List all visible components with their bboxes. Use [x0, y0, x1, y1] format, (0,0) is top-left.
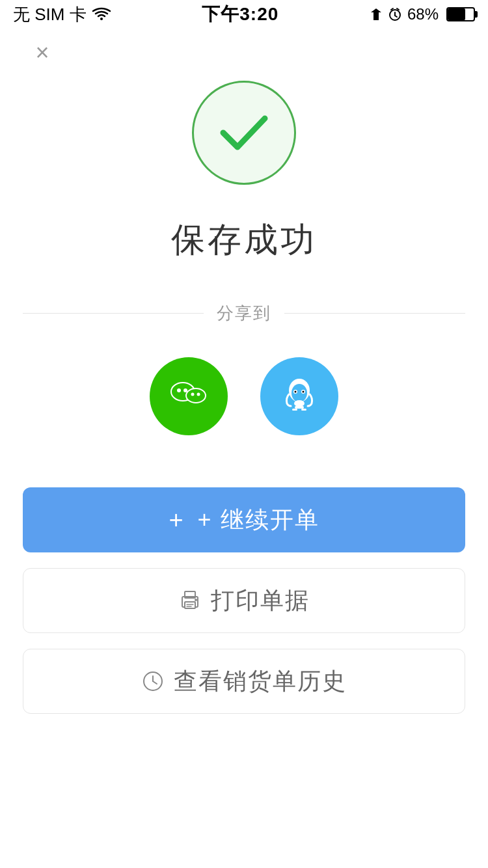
status-bar: 无 SIM 卡 下午3:20 68% [0, 0, 488, 29]
history-icon [141, 670, 165, 693]
svg-point-7 [186, 388, 206, 403]
status-right: 68% [370, 5, 475, 23]
history-label: 查看销货单历史 [174, 666, 347, 698]
svg-rect-19 [295, 406, 304, 409]
svg-point-16 [295, 391, 297, 393]
checkmark-icon [218, 113, 270, 152]
divider-line-right [284, 313, 465, 314]
svg-point-17 [303, 391, 305, 393]
continue-icon: + [169, 506, 184, 534]
continue-button[interactable]: + + 继续开单 [23, 487, 465, 552]
wechat-share-button[interactable] [150, 357, 228, 435]
battery-icon [446, 7, 475, 21]
main-content: 保存成功 分享到 [0, 29, 488, 714]
success-icon-circle [192, 81, 296, 185]
svg-rect-24 [185, 602, 195, 608]
status-time: 下午3:20 [202, 2, 278, 27]
svg-point-27 [195, 599, 197, 601]
alarm-icon [388, 7, 402, 21]
print-label: 打印单据 [211, 585, 310, 617]
status-left: 无 SIM 卡 [13, 3, 111, 26]
svg-point-0 [100, 18, 103, 20]
close-button[interactable]: × [26, 36, 59, 69]
sim-status: 无 SIM 卡 [13, 3, 87, 26]
qq-share-button[interactable] [260, 357, 338, 435]
svg-rect-20 [292, 409, 297, 411]
svg-point-10 [191, 393, 195, 396]
wechat-logo-icon [166, 373, 211, 419]
svg-point-9 [183, 388, 187, 392]
share-divider: 分享到 [23, 302, 465, 325]
svg-point-13 [291, 384, 307, 402]
history-button[interactable]: 查看销货单历史 [23, 649, 465, 714]
success-title: 保存成功 [171, 217, 317, 263]
divider-line-left [23, 313, 204, 314]
svg-rect-21 [301, 409, 306, 411]
qq-logo-icon [277, 373, 322, 419]
action-buttons: + + 继续开单 打印单据 查看销货单历史 [23, 487, 465, 714]
continue-label: + 继续开单 [198, 504, 319, 536]
battery-percentage: 68% [407, 5, 439, 23]
share-icons [150, 357, 338, 435]
svg-line-3 [395, 16, 397, 17]
svg-point-18 [294, 400, 305, 407]
svg-line-30 [153, 681, 157, 684]
print-icon [178, 589, 202, 612]
print-button[interactable]: 打印单据 [23, 568, 465, 633]
wifi-icon [92, 7, 111, 21]
svg-point-11 [197, 393, 200, 396]
divider-text: 分享到 [204, 302, 284, 325]
location-icon [370, 7, 383, 21]
svg-point-8 [177, 388, 181, 392]
